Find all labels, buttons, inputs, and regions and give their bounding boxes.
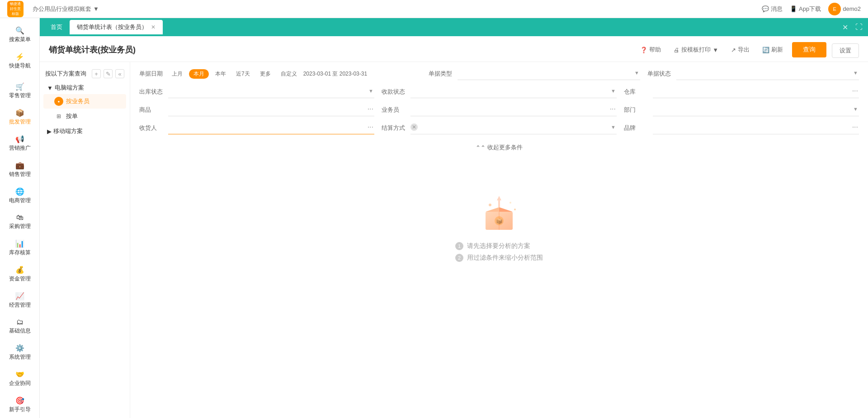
out-status-filter-item: 出库状态 ▼ <box>139 86 374 98</box>
page-actions: ❓ 帮助 🖨 按模板打印 ▼ ↗ 导出 <box>637 42 859 58</box>
add-scheme-btn[interactable]: + <box>92 69 101 78</box>
sidebar-item-basic-info[interactable]: 🗂 基础信息 <box>0 314 39 339</box>
date-label: 单据日期 <box>139 70 165 78</box>
wholesale-icon: 📦 <box>15 109 24 117</box>
refresh-btn[interactable]: 🔄 刷新 <box>759 44 787 56</box>
step1-number: 1 <box>455 242 463 250</box>
filter-row-1: 单据日期 上月 本月 本年 近7天 更多 自定义 2023-03-01 至 20… <box>139 67 859 80</box>
user-avatar: E <box>828 3 841 15</box>
sidebar-item-ecommerce[interactable]: 🌐 电商管理 <box>0 183 39 209</box>
sidebar-item-operations[interactable]: 📈 经营管理 <box>0 287 39 314</box>
tab-maximize-btn[interactable]: ⛶ <box>854 21 864 33</box>
date-btn-last-7d[interactable]: 近7天 <box>232 69 254 79</box>
settlement-arrow-icon: ▼ <box>611 124 616 130</box>
collapse-filters-btn[interactable]: ⌃⌃ 收起更多条件 <box>139 140 859 155</box>
doc-status-filter-item: 单据状态 ▼ <box>647 67 859 80</box>
edit-scheme-btn[interactable]: ✎ <box>104 69 113 78</box>
app-dropdown-arrow: ▼ <box>93 5 99 12</box>
desktop-scheme-category[interactable]: ▼ 电脑端方案 <box>43 82 126 94</box>
empty-step-2: 2 用过滤条件来缩小分析范围 <box>455 254 543 262</box>
svg-point-6 <box>489 204 491 206</box>
goods-control[interactable]: ··· <box>168 104 374 116</box>
sidebar-item-finance[interactable]: 💰 资金管理 <box>0 261 39 287</box>
out-status-label: 出库状态 <box>139 88 165 96</box>
app-download-btn[interactable]: 📱 App下载 <box>790 5 821 13</box>
settlement-control[interactable]: ✕ ▼ <box>410 122 617 134</box>
warehouse-control[interactable]: ··· <box>653 86 859 98</box>
sidebar-item-purchase[interactable]: 🛍 采购管理 <box>0 209 39 235</box>
consignee-control[interactable]: ··· <box>168 122 374 134</box>
mobile-scheme-category[interactable]: ▶ 移动端方案 <box>43 125 126 137</box>
receipt-status-control[interactable]: ▼ <box>410 86 617 98</box>
finance-icon: 💰 <box>15 266 24 274</box>
left-panel-title: 按以下方案查询 <box>45 70 86 78</box>
svg-marker-1 <box>486 207 499 212</box>
out-status-control[interactable]: ▼ <box>168 86 374 98</box>
scheme-by-order[interactable]: ⊞ 按单 <box>43 109 126 124</box>
doc-status-label: 单据状态 <box>647 70 673 78</box>
sidebar-item-marketing[interactable]: 📢 营销推广 <box>0 130 39 157</box>
dept-filter-item: 部门 ▼ <box>624 104 859 116</box>
app-logo: 畅捷通好生意标版 <box>7 1 24 17</box>
sidebar-item-quick-nav[interactable]: ⚡ 快捷导航 <box>0 48 39 74</box>
doc-status-arrow-icon: ▼ <box>853 70 858 76</box>
export-btn[interactable]: ↗ 导出 <box>727 44 753 56</box>
brand-control[interactable]: ··· <box>653 122 859 134</box>
settlement-clear-btn[interactable]: ✕ <box>410 124 418 131</box>
retail-icon: 🛒 <box>15 82 24 91</box>
date-range-display: 2023-03-01 至 2023-03-31 <box>303 70 367 78</box>
tab-close-window-btn[interactable]: ✕ <box>840 21 850 33</box>
brand-dots-icon: ··· <box>852 123 858 131</box>
export-icon: ↗ <box>731 47 736 53</box>
svg-point-8 <box>514 209 516 210</box>
sidebar-item-sales[interactable]: 💼 销售管理 <box>0 157 39 183</box>
date-btn-custom[interactable]: 自定义 <box>277 69 301 79</box>
staff-filter-item: 业务员 ··· <box>382 104 617 116</box>
message-btn[interactable]: 💬 消息 <box>762 5 783 13</box>
left-panel: 按以下方案查询 + ✎ « <box>40 62 130 418</box>
date-btn-last-month[interactable]: 上月 <box>168 69 186 79</box>
sidebar-item-inventory[interactable]: 📊 库存核算 <box>0 235 39 261</box>
user-profile[interactable]: E demo2 <box>828 3 861 15</box>
page-title: 销货单统计表(按业务员) <box>49 44 136 55</box>
sidebar-item-corp-collab[interactable]: 🤝 企业协同 <box>0 366 39 392</box>
tab-home[interactable]: 首页 <box>43 20 70 34</box>
doc-type-control[interactable]: ▼ <box>458 67 640 80</box>
page-header: 销货单统计表(按业务员) ❓ 帮助 🖨 按模板打印 ▼ <box>40 36 868 62</box>
date-btn-more[interactable]: 更多 <box>256 69 274 79</box>
operations-icon: 📈 <box>15 292 24 300</box>
sidebar-item-wholesale[interactable]: 📦 批发管理 <box>0 104 39 130</box>
marketing-icon: 📢 <box>15 135 24 143</box>
app-title-label: 办公用品行业模拟账套 <box>33 5 91 13</box>
phone-icon: 📱 <box>790 5 797 12</box>
empty-step-1: 1 请先选择要分析的方案 <box>455 242 530 250</box>
query-button[interactable]: 查询 <box>792 42 826 57</box>
date-btn-this-year[interactable]: 本年 <box>212 69 230 79</box>
sidebar-item-search-menu[interactable]: 🔍 搜索菜单 <box>0 22 39 48</box>
warehouse-filter-item: 仓库 ··· <box>624 86 859 98</box>
app-selector[interactable]: 办公用品行业模拟账套 ▼ <box>33 5 99 13</box>
staff-control[interactable]: ··· <box>410 104 617 116</box>
message-icon: 💬 <box>762 5 769 12</box>
refresh-icon: 🔄 <box>762 47 769 53</box>
date-btn-this-month[interactable]: 本月 <box>189 69 209 79</box>
sidebar-item-new-guide[interactable]: 🎯 新手引导 <box>0 392 39 418</box>
sidebar-item-retail[interactable]: 🛒 零售管理 <box>0 78 39 104</box>
help-btn[interactable]: ❓ 帮助 <box>637 44 665 56</box>
tab-sales-stats[interactable]: 销货单统计表（按业务员） ✕ <box>70 20 163 34</box>
sidebar-item-system[interactable]: ⚙️ 系统管理 <box>0 339 39 366</box>
template-print-btn[interactable]: 🖨 按模板打印 ▼ <box>670 44 722 56</box>
collapse-panel-btn[interactable]: « <box>115 69 124 78</box>
scheme-by-staff[interactable]: ● 按业务员 <box>43 94 126 109</box>
help-icon: ❓ <box>640 47 647 53</box>
settings-button[interactable]: 设置 <box>832 43 859 58</box>
doc-status-control[interactable]: ▼ <box>676 67 859 80</box>
collapse-chevron-icon: ⌃⌃ <box>476 144 486 151</box>
tab-close-btn[interactable]: ✕ <box>151 24 156 30</box>
tab-bar: 首页 销货单统计表（按业务员） ✕ ✕ ⛶ <box>40 18 868 36</box>
active-scheme-dot: ● <box>54 97 63 106</box>
dept-control[interactable]: ▼ <box>653 104 859 116</box>
goods-dots-icon: ··· <box>368 105 373 113</box>
purchase-icon: 🛍 <box>16 214 24 222</box>
consignee-dots-icon: ··· <box>368 123 373 131</box>
